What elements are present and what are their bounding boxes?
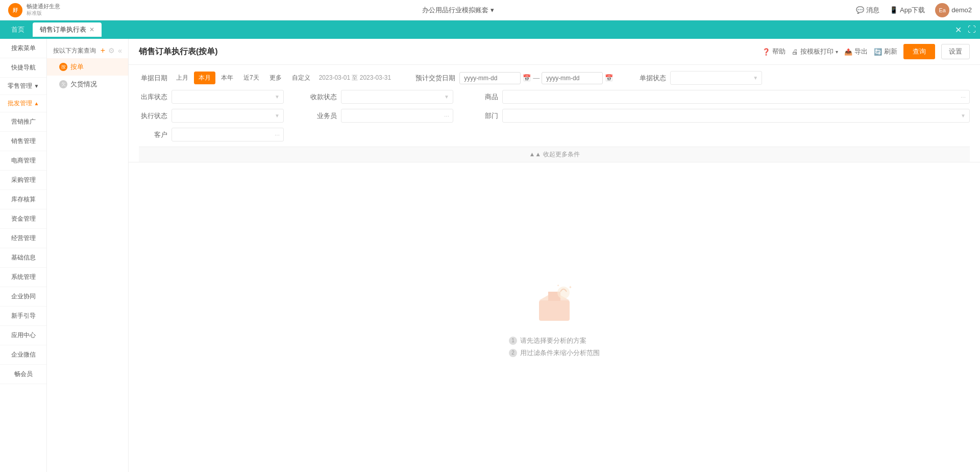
sidebar-item-member[interactable]: 畅会员 (0, 365, 46, 384)
status-select-wrapper: ▼ (670, 71, 762, 85)
salesperson-input[interactable] (341, 109, 453, 123)
salesperson-more-icon[interactable]: ··· (444, 112, 449, 120)
sidebar-ecom-label: 电商管理 (11, 157, 36, 164)
sidebar-search-label: 搜索菜单 (11, 44, 36, 52)
date-separator: — (533, 74, 540, 82)
execution-label: 执行状态 (139, 111, 167, 121)
svg-point-3 (557, 287, 570, 299)
customer-input-wrapper: ··· (172, 128, 284, 141)
refresh-btn[interactable]: 🔄 刷新 (874, 47, 897, 56)
product-input[interactable] (502, 90, 970, 104)
help-icon: ❓ (762, 48, 770, 56)
tab-close-icon[interactable]: ✕ (89, 26, 94, 33)
payment-select[interactable] (341, 90, 453, 104)
sidebar-item-system[interactable]: 系统管理 (0, 268, 46, 287)
sidebar-item-appcenter[interactable]: 应用中心 (0, 326, 46, 345)
delivery-select[interactable] (172, 90, 284, 104)
sidebar-item-inventory[interactable]: 库存核算 (0, 190, 46, 209)
query-btn[interactable]: 查询 (903, 44, 935, 59)
sub-sidebar-item-shortage-icon: 欠 (59, 80, 67, 88)
dept-select[interactable] (502, 109, 970, 123)
export-btn[interactable]: 📤 导出 (844, 47, 868, 56)
sidebar-wechat-label: 企业微信 (11, 351, 36, 358)
sidebar-item-quicknav[interactable]: 快捷导航 (0, 58, 46, 78)
filter-section: 单据日期 上月 本月 本年 近7天 更多 自定义 2023-03-01 至 20… (129, 65, 980, 162)
refresh-label: 刷新 (884, 47, 897, 56)
customer-input[interactable] (172, 128, 284, 141)
date-btn-7days[interactable]: 近7天 (239, 72, 264, 84)
expected-date-end[interactable] (542, 72, 603, 84)
sidebar-retail-label: 零售管理 (8, 82, 32, 90)
sidebar-item-operations[interactable]: 经营管理 (0, 229, 46, 248)
sidebar-item-basic[interactable]: 基础信息 (0, 248, 46, 268)
empty-tip-1: 1 请先选择要分析的方案 (509, 336, 586, 345)
status-select[interactable] (670, 71, 762, 85)
sub-sidebar-add-btn[interactable]: + (101, 46, 105, 55)
settings-btn[interactable]: 设置 (941, 44, 970, 59)
main-layout: 搜索菜单 快捷导航 零售管理 ▼ 批发管理 ▲ 营销推广 销售管理 电商管理 采… (0, 39, 980, 472)
sidebar-marketing-label: 营销推广 (11, 118, 36, 125)
date-btn-thisyear[interactable]: 本年 (216, 72, 238, 84)
sidebar-item-sales[interactable]: 销售管理 (0, 132, 46, 151)
message-btn[interactable]: 💬 消息 (856, 6, 879, 15)
sidebar-item-finance[interactable]: 资金管理 (0, 209, 46, 229)
sidebar-item-search[interactable]: 搜索菜单 (0, 39, 46, 58)
tab-bar: 首页 销售订单执行表 ✕ ✕ ⛶ (0, 20, 980, 39)
product-more-icon[interactable]: ··· (961, 93, 966, 101)
payment-label: 收款状态 (308, 92, 337, 102)
app-download-label: App下载 (900, 6, 925, 15)
execution-select[interactable] (172, 109, 284, 123)
filter-row-4: 客户 ··· (139, 128, 970, 141)
empty-tip-1-text: 请先选择要分析的方案 (520, 336, 586, 345)
sidebar-quicknav-label: 快捷导航 (11, 64, 36, 71)
sidebar-item-wholesale[interactable]: 批发管理 ▲ (0, 95, 46, 112)
date-btn-thismonth[interactable]: 本月 (194, 72, 215, 84)
print-arrow-icon: ▾ (836, 49, 838, 55)
sidebar-item-ecom[interactable]: 电商管理 (0, 151, 46, 171)
sidebar: 搜索菜单 快捷导航 零售管理 ▼ 批发管理 ▲ 营销推广 销售管理 电商管理 采… (0, 39, 47, 472)
print-btn[interactable]: 🖨 按模板打印 ▾ (792, 47, 838, 56)
tab-close-all-icon[interactable]: ✕ (955, 25, 962, 35)
tab-home[interactable]: 首页 (4, 22, 32, 37)
customer-more-icon[interactable]: ··· (275, 131, 280, 138)
collapse-bar[interactable]: ▲▲ 收起更多条件 (139, 147, 970, 162)
sidebar-wholesale-label: 批发管理 (8, 99, 32, 108)
sidebar-item-purchase[interactable]: 采购管理 (0, 171, 46, 190)
tab-sales-order[interactable]: 销售订单执行表 ✕ (33, 22, 102, 37)
salesperson-input-wrapper: ··· (341, 109, 453, 123)
sidebar-item-collab[interactable]: 企业协同 (0, 287, 46, 306)
expected-date-start[interactable] (459, 72, 521, 84)
payment-select-wrapper: ▼ (341, 90, 453, 104)
sub-sidebar-item-shortage[interactable]: 欠 欠货情况 (47, 76, 128, 93)
sidebar-system-label: 系统管理 (11, 273, 36, 280)
nav-selector-arrow: ▾ (491, 6, 494, 14)
cal-icon-end[interactable]: 📅 (605, 74, 613, 82)
app-download-btn[interactable]: 📱 App下载 (890, 6, 925, 15)
date-btn-custom[interactable]: 自定义 (287, 72, 315, 84)
empty-text: 1 请先选择要分析的方案 2 用过滤条件来缩小分析范围 (509, 336, 600, 358)
help-btn[interactable]: ❓ 帮助 (762, 47, 786, 56)
sidebar-collab-label: 企业协同 (11, 293, 36, 300)
nav-selector[interactable]: 办公用品行业模拟账套 ▾ (422, 6, 494, 15)
sidebar-item-newbie[interactable]: 新手引导 (0, 306, 46, 326)
cal-icon-start[interactable]: 📅 (523, 74, 531, 82)
sub-sidebar-item-order[interactable]: 按 按单 (47, 58, 128, 76)
page-title: 销售订单执行表(按单) (139, 46, 218, 57)
logo-sub: 标准版 (27, 10, 60, 17)
tab-expand-icon[interactable]: ⛶ (968, 25, 976, 34)
sidebar-item-marketing[interactable]: 营销推广 (0, 112, 46, 132)
page-title-row: 销售订单执行表(按单) ❓ 帮助 🖨 按模板打印 ▾ (139, 44, 970, 64)
user-area[interactable]: Ea demo2 (935, 3, 972, 17)
sidebar-item-wechat[interactable]: 企业微信 (0, 345, 46, 365)
sidebar-sales-label: 销售管理 (11, 137, 36, 145)
sub-sidebar-collapse-btn[interactable]: « (118, 46, 122, 55)
sidebar-item-retail[interactable]: 零售管理 ▼ (0, 78, 46, 95)
delivery-select-wrapper: ▼ (172, 90, 284, 104)
sub-sidebar-actions: + ⚙ « (101, 46, 122, 55)
status-label: 单据状态 (638, 74, 666, 83)
dept-select-wrapper: ▼ (502, 109, 970, 123)
date-btn-lastmonth[interactable]: 上月 (172, 72, 193, 84)
date-btn-more[interactable]: 更多 (265, 72, 286, 84)
sub-sidebar-settings-btn[interactable]: ⚙ (108, 46, 115, 55)
svg-text:✦: ✦ (569, 285, 572, 290)
